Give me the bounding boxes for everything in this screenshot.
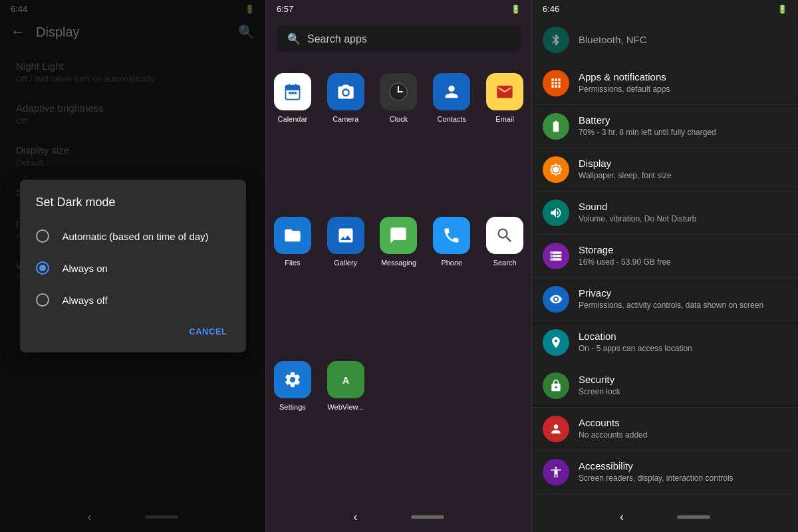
- display-title: Display: [579, 158, 787, 169]
- back-nav-3[interactable]: ‹: [620, 510, 624, 524]
- accounts-title: Accounts: [579, 417, 787, 428]
- security-icon-wrap: [543, 372, 569, 399]
- clock-icon: [380, 73, 417, 110]
- settings-row-location[interactable]: Location On - 5 apps can access location: [532, 321, 798, 364]
- back-nav-2[interactable]: ‹: [354, 510, 358, 524]
- option-always-off-label: Always off: [63, 295, 108, 306]
- accessibility-icon-wrap: [543, 459, 569, 485]
- home-indicator-3[interactable]: [677, 515, 710, 519]
- accessibility-subtitle: Screen readers, display, interaction con…: [579, 473, 787, 484]
- svg-rect-6: [294, 92, 297, 94]
- messaging-label: Messaging: [381, 258, 416, 267]
- contacts-icon: [433, 73, 470, 110]
- app-camera[interactable]: Camera: [319, 65, 372, 209]
- location-subtitle: On - 5 apps can access location: [579, 343, 787, 354]
- accounts-subtitle: No accounts added: [579, 430, 787, 441]
- apps-title: Apps & notifications: [579, 71, 787, 82]
- settings-row-display[interactable]: Display Wallpaper, sleep, font size: [532, 148, 798, 192]
- status-icons-2: 🔋: [511, 5, 521, 14]
- accounts-icon-wrap: [543, 416, 569, 442]
- nav-bar-3: ‹: [532, 502, 798, 532]
- location-title: Location: [579, 331, 787, 342]
- apps-text: Apps & notifications Permissions, defaul…: [579, 71, 787, 95]
- privacy-icon-wrap: [543, 286, 569, 313]
- privacy-text: Privacy Permissions, activity controls, …: [579, 287, 787, 311]
- apps-icon-wrap: [543, 70, 569, 96]
- settings-row-apps[interactable]: Apps & notifications Permissions, defaul…: [532, 62, 798, 105]
- settings-row-security[interactable]: Security Screen lock: [532, 364, 798, 408]
- settings-row-bluetooth[interactable]: Bluetooth, NFC: [532, 18, 798, 62]
- battery-icon-3: 🔋: [777, 5, 787, 14]
- cancel-button[interactable]: CANCEL: [181, 321, 235, 342]
- app-webview[interactable]: A WebView...: [319, 353, 372, 497]
- settings-list: Apps & notifications Permissions, defaul…: [532, 62, 798, 502]
- radio-always-off[interactable]: [36, 293, 49, 307]
- apps-subtitle: Permissions, default apps: [579, 84, 787, 95]
- settings-row-accounts[interactable]: Accounts No accounts added: [532, 408, 798, 451]
- storage-subtitle: 16% used - 53.90 GB free: [579, 257, 787, 268]
- svg-rect-1: [285, 86, 299, 90]
- accounts-text: Accounts No accounts added: [579, 417, 787, 441]
- app-search[interactable]: Search: [478, 209, 531, 352]
- svg-text:A: A: [342, 374, 349, 385]
- modal-option-automatic[interactable]: Automatic (based on time of day): [20, 220, 246, 252]
- settings-row-privacy[interactable]: Privacy Permissions, activity controls, …: [532, 278, 798, 321]
- messaging-icon: [380, 217, 417, 254]
- search-apps-placeholder: Search apps: [307, 33, 367, 45]
- radio-always-on[interactable]: [36, 261, 49, 275]
- svg-rect-5: [291, 92, 294, 94]
- camera-label: Camera: [332, 114, 358, 124]
- status-bar-2: 6:57 🔋: [266, 0, 531, 18]
- storage-title: Storage: [579, 244, 787, 255]
- svg-point-12: [398, 91, 400, 93]
- app-contacts[interactable]: Contacts: [425, 65, 478, 209]
- storage-text: Storage 16% used - 53.90 GB free: [579, 244, 787, 268]
- sound-subtitle: Volume, vibration, Do Not Disturb: [579, 213, 787, 225]
- option-always-on-label: Always on: [63, 263, 108, 274]
- battery-icon-2: 🔋: [511, 5, 521, 14]
- dark-mode-modal: Set Dark mode Automatic (based on time o…: [20, 180, 246, 352]
- security-text: Security Screen lock: [579, 374, 787, 398]
- settings-icon: [274, 361, 311, 398]
- settings-row-accessibility[interactable]: Accessibility Screen readers, display, i…: [532, 451, 798, 494]
- email-icon: [486, 73, 523, 110]
- app-clock[interactable]: Clock: [372, 65, 426, 209]
- app-messaging[interactable]: Messaging: [372, 209, 426, 352]
- radio-automatic[interactable]: [36, 229, 49, 243]
- accessibility-title: Accessibility: [579, 460, 787, 471]
- bluetooth-text: Bluetooth, NFC: [579, 34, 787, 47]
- panel-display-settings: 6:44 🔋 ← Display 🔍 Night Light Off / Wil…: [0, 0, 266, 532]
- app-gallery[interactable]: Gallery: [319, 209, 372, 352]
- settings-row-storage[interactable]: Storage 16% used - 53.90 GB free: [532, 235, 798, 278]
- settings-row-battery[interactable]: Battery 70% - 3 hr, 8 min left until ful…: [532, 105, 798, 148]
- settings-label: Settings: [279, 402, 306, 412]
- modal-option-always-off[interactable]: Always off: [20, 284, 246, 316]
- app-email[interactable]: Email: [478, 65, 531, 209]
- app-calendar[interactable]: Calendar: [266, 65, 319, 209]
- panel-settings-menu: 6:46 🔋 Bluetooth, NFC Apps & notificatio…: [532, 0, 798, 532]
- calendar-label: Calendar: [278, 114, 308, 124]
- search-app-icon: [486, 217, 523, 254]
- webview-label: WebView...: [327, 402, 364, 412]
- settings-row-sound[interactable]: Sound Volume, vibration, Do Not Disturb: [532, 192, 798, 235]
- modal-title: Set Dark mode: [20, 196, 246, 220]
- app-files[interactable]: Files: [266, 209, 319, 352]
- app-settings[interactable]: Settings: [266, 353, 319, 497]
- option-automatic-label: Automatic (based on time of day): [63, 231, 209, 242]
- privacy-subtitle: Permissions, activity controls, data sho…: [579, 300, 787, 311]
- accessibility-text: Accessibility Screen readers, display, i…: [579, 460, 787, 484]
- search-bar[interactable]: 🔍 Search apps: [277, 26, 521, 52]
- time-2: 6:57: [277, 4, 293, 14]
- webview-icon: A: [327, 361, 364, 398]
- modal-option-always-on[interactable]: Always on: [20, 252, 246, 284]
- app-phone[interactable]: Phone: [425, 209, 478, 352]
- phone-icon: [433, 217, 470, 254]
- sound-text: Sound Volume, vibration, Do Not Disturb: [579, 201, 787, 225]
- location-text: Location On - 5 apps can access location: [579, 331, 787, 354]
- privacy-title: Privacy: [579, 287, 787, 299]
- battery-title: Battery: [579, 114, 787, 126]
- phone-label: Phone: [441, 258, 462, 267]
- display-text: Display Wallpaper, sleep, font size: [579, 158, 787, 182]
- home-indicator-2[interactable]: [411, 515, 444, 519]
- sound-title: Sound: [579, 201, 787, 212]
